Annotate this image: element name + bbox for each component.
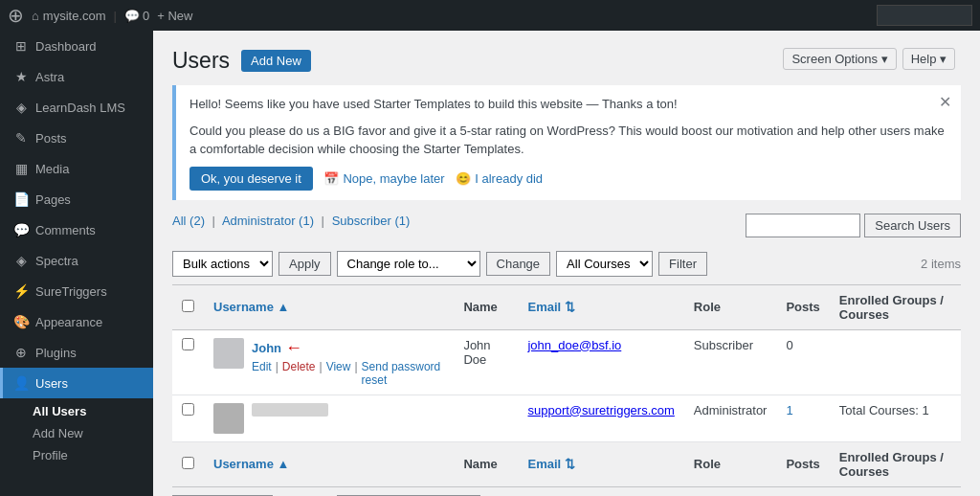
- row1-view-link[interactable]: View: [326, 360, 351, 387]
- sidebar-item-posts[interactable]: ✎ Posts: [0, 123, 153, 153]
- row1-username-link[interactable]: John: [252, 341, 281, 355]
- row2-username-cell: Edit | Delete | View: [204, 395, 454, 441]
- bulk-actions-select-top[interactable]: Bulk actions Delete: [172, 251, 273, 277]
- filter-admin-link[interactable]: Administrator (1): [222, 214, 318, 228]
- add-new-button[interactable]: Add New: [241, 50, 311, 72]
- pages-icon: 📄: [12, 192, 30, 207]
- top-right-area: Screen Options ▾ Help ▾: [783, 48, 961, 70]
- search-users-area: Search Users: [746, 214, 961, 237]
- sidebar-item-users[interactable]: 👤 Users: [0, 368, 153, 398]
- sidebar-item-pages[interactable]: 📄 Pages: [0, 184, 153, 214]
- row1-delete-link[interactable]: Delete: [282, 360, 316, 387]
- row1-role-cell: Subscriber: [684, 329, 777, 395]
- row2-checkbox[interactable]: [182, 403, 194, 416]
- filter-all-link[interactable]: All (2): [172, 214, 209, 228]
- table-header-row: Username ▲ Name Email ⇅ Role: [172, 284, 961, 329]
- wp-logo-icon[interactable]: ⊕: [8, 4, 24, 27]
- search-users-input[interactable]: [746, 214, 860, 237]
- sidebar-item-spectra[interactable]: ◈ Spectra: [0, 245, 153, 276]
- table-row: John ← Edit | Delete | View |: [172, 329, 961, 395]
- sidebar-label-appearance: Appearance: [35, 315, 102, 329]
- notice-line2: Could you please do us a BIG favor and g…: [189, 122, 947, 159]
- sidebar-item-comments[interactable]: 💬 Comments: [0, 214, 153, 245]
- filter-search-row: Search Users All (2) | Administrator (1)…: [172, 214, 961, 245]
- row2-user-info: Edit | Delete | View: [252, 403, 328, 417]
- sidebar: ⊞ Dashboard ★ Astra ◈ LearnDash LMS ✎ Po…: [0, 31, 153, 496]
- row2-email-link[interactable]: support@suretriggers.com: [527, 403, 674, 417]
- page-title: Users: [172, 48, 230, 74]
- row2-posts-link[interactable]: 1: [786, 403, 792, 417]
- sidebar-item-appearance[interactable]: 🎨 Appearance: [0, 306, 153, 337]
- sidebar-label-astra: Astra: [35, 70, 64, 84]
- admin-search-input[interactable]: [877, 5, 972, 26]
- admin-bar: ⊕ ⌂ mysite.com | 💬 0 + New: [0, 0, 980, 31]
- table-footer-header-row: Username ▲ Name Email ⇅ Role: [172, 441, 961, 486]
- sidebar-item-learndash[interactable]: ◈ LearnDash LMS: [0, 92, 153, 123]
- site-link[interactable]: ⌂ mysite.com: [32, 9, 106, 23]
- username-sort-link[interactable]: Username ▲: [213, 300, 289, 314]
- select-all-checkbox[interactable]: [182, 300, 194, 312]
- comments-link[interactable]: 💬 0: [124, 9, 149, 23]
- header-email: Email ⇅: [518, 284, 683, 329]
- row1-avatar: [213, 338, 244, 369]
- screen-options-button[interactable]: Screen Options ▾: [783, 48, 896, 70]
- notice-done-label: I already did: [475, 171, 543, 186]
- sidebar-label-dashboard: Dashboard: [35, 39, 97, 54]
- spectra-icon: ◈: [12, 253, 30, 268]
- footer-email-sort-link[interactable]: Email ⇅: [527, 457, 574, 471]
- row1-user-info: John ← Edit | Delete | View |: [252, 338, 444, 387]
- row2-avatar-wrap: Edit | Delete | View: [213, 403, 444, 434]
- footer-header-enrolled: Enrolled Groups / Courses: [830, 441, 961, 486]
- sidebar-item-astra[interactable]: ★ Astra: [0, 61, 153, 92]
- notice-maybe-button[interactable]: 📅 Nope, maybe later: [323, 171, 444, 186]
- comment-bubble-icon: 💬: [124, 9, 140, 23]
- plugins-icon: ⊕: [12, 345, 30, 360]
- sidebar-label-plugins: Plugins: [35, 346, 77, 360]
- change-role-select-top[interactable]: Change role to... Subscriber Administrat…: [337, 251, 480, 277]
- sidebar-label-spectra: Spectra: [35, 254, 78, 268]
- sidebar-item-suretriggers[interactable]: ⚡ SureTriggers: [0, 276, 153, 306]
- sidebar-label-posts: Posts: [35, 131, 67, 146]
- filter-button[interactable]: Filter: [658, 252, 707, 276]
- page-header: Users Add New: [172, 48, 783, 74]
- notice-line1: Hello! Seems like you have used Starter …: [189, 95, 947, 114]
- wp-layout: ⊞ Dashboard ★ Astra ◈ LearnDash LMS ✎ Po…: [0, 31, 980, 496]
- filter-subscriber-link[interactable]: Subscriber (1): [332, 214, 411, 228]
- submenu-add-new[interactable]: Add New: [33, 422, 153, 444]
- admin-search-area: [877, 5, 972, 26]
- sidebar-item-plugins[interactable]: ⊕ Plugins: [0, 337, 153, 368]
- learndash-icon: ◈: [12, 100, 30, 115]
- row1-posts: 0: [786, 338, 792, 352]
- email-sort-link[interactable]: Email ⇅: [527, 300, 574, 314]
- footer-username-sort-link[interactable]: Username ▲: [213, 457, 289, 471]
- comments-count: 0: [143, 9, 149, 23]
- astra-icon: ★: [12, 69, 30, 84]
- submenu-all-users[interactable]: All Users: [33, 400, 153, 422]
- calendar-icon: 📅: [323, 171, 339, 186]
- footer-header-posts: Posts: [776, 441, 829, 486]
- row1-role: Subscriber: [694, 338, 753, 352]
- apply-button-top[interactable]: Apply: [278, 252, 331, 276]
- notice-close-button[interactable]: ✕: [939, 93, 951, 111]
- row1-name-cell: John Doe: [454, 329, 518, 395]
- row1-checkbox[interactable]: [182, 338, 194, 350]
- submenu-profile[interactable]: Profile: [33, 444, 153, 466]
- sidebar-item-dashboard[interactable]: ⊞ Dashboard: [0, 31, 153, 61]
- appearance-icon: 🎨: [12, 314, 30, 329]
- row1-edit-link[interactable]: Edit: [252, 360, 272, 387]
- sidebar-item-media[interactable]: ▦ Media: [0, 153, 153, 184]
- search-users-button[interactable]: Search Users: [864, 214, 961, 237]
- header-role: Role: [684, 284, 777, 329]
- change-button-top[interactable]: Change: [486, 252, 551, 276]
- all-courses-select[interactable]: All Courses: [556, 251, 653, 277]
- row1-email-link[interactable]: john_doe@bsf.io: [527, 338, 621, 352]
- row2-posts-cell: 1: [776, 395, 829, 441]
- notice-ok-button[interactable]: Ok, you deserve it: [189, 167, 313, 191]
- help-button[interactable]: Help ▾: [902, 48, 955, 70]
- row1-send-password-link[interactable]: Send password reset: [362, 360, 445, 387]
- notice-done-button[interactable]: 😊 I already did: [456, 171, 543, 186]
- users-table: Username ▲ Name Email ⇅ Role: [172, 284, 961, 487]
- footer-select-all-checkbox[interactable]: [182, 457, 194, 469]
- main-content: Screen Options ▾ Help ▾ Users Add New ✕ …: [153, 31, 980, 496]
- new-content-button[interactable]: + New: [157, 9, 192, 23]
